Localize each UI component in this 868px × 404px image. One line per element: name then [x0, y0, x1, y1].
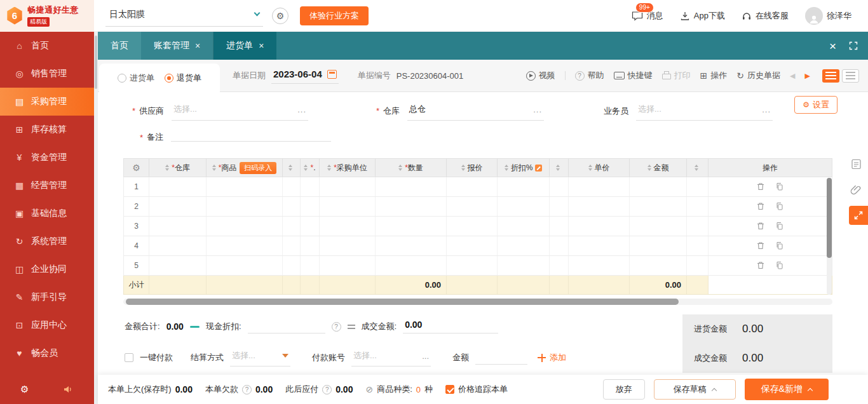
cell-amount[interactable]: [630, 217, 687, 236]
cell-product[interactable]: [207, 197, 283, 216]
attachment-button[interactable]: [850, 183, 864, 197]
feedback-button[interactable]: [850, 158, 864, 172]
messages-button[interactable]: 99+ 消息: [632, 10, 663, 22]
cell-unit[interactable]: [320, 177, 376, 196]
copy-row-icon[interactable]: [775, 202, 784, 211]
cell[interactable]: [301, 217, 320, 236]
cell[interactable]: [550, 236, 569, 255]
copy-row-icon[interactable]: [775, 222, 784, 231]
sort-icon[interactable]: [288, 165, 292, 171]
salesman-field[interactable]: 选择... ...: [636, 101, 773, 121]
sidebar-item-guide[interactable]: ✎新手引导: [0, 283, 94, 311]
table-horizontal-scrollbar[interactable]: [123, 299, 832, 305]
pay-account-field[interactable]: 选择......: [351, 349, 431, 367]
hotkey-button[interactable]: 快捷键: [614, 70, 653, 81]
header-quote[interactable]: 报价: [447, 159, 498, 177]
cell-quote[interactable]: [447, 256, 498, 275]
cell-amount[interactable]: [630, 236, 687, 255]
cell[interactable]: [283, 217, 301, 236]
cell-quote[interactable]: [447, 236, 498, 255]
sidebar-item-app-center[interactable]: ⊡应用中心: [0, 311, 94, 339]
cell[interactable]: [550, 197, 569, 216]
sort-icon[interactable]: [588, 165, 592, 171]
user-menu[interactable]: 徐泽华: [805, 7, 851, 25]
cell[interactable]: [687, 217, 709, 236]
cell[interactable]: [550, 177, 569, 196]
cell-quote[interactable]: [447, 177, 498, 196]
sidebar-item-home[interactable]: ⌂首页: [0, 32, 94, 60]
save-and-new-button[interactable]: 保存&新增: [745, 379, 829, 400]
app-download-button[interactable]: App下载: [680, 10, 725, 22]
cell-amount[interactable]: [630, 256, 687, 275]
supplier-field[interactable]: 选择... ...: [172, 101, 308, 121]
header-purchase-unit[interactable]: *采购单位: [320, 159, 376, 177]
scrollbar-thumb[interactable]: [827, 178, 832, 258]
cell-unit[interactable]: [320, 256, 376, 275]
topbar-settings-button[interactable]: ⚙: [272, 8, 288, 24]
cell-quote[interactable]: [447, 197, 498, 216]
cell-quantity[interactable]: [376, 177, 447, 196]
trial-plan-button[interactable]: 体验行业方案: [300, 6, 369, 25]
cell-price[interactable]: [569, 236, 630, 255]
sort-icon[interactable]: [212, 165, 216, 171]
cell-warehouse[interactable]: [149, 217, 207, 236]
add-payment-button[interactable]: 添加: [538, 352, 566, 363]
close-tab-icon[interactable]: ×: [195, 41, 200, 51]
tab-account-management[interactable]: 账套管理×: [141, 32, 214, 60]
cell-price[interactable]: [569, 177, 630, 196]
radio-return-order[interactable]: 退货单: [165, 72, 201, 84]
delete-row-icon[interactable]: [756, 202, 765, 211]
cell[interactable]: [283, 256, 301, 275]
sort-icon[interactable]: [327, 165, 331, 171]
cell[interactable]: [550, 217, 569, 236]
sidebar-item-member[interactable]: ♥畅会员: [0, 339, 94, 367]
header-quantity[interactable]: *数量: [376, 159, 447, 177]
online-service-button[interactable]: 在线客服: [742, 10, 789, 22]
cell[interactable]: [301, 256, 320, 275]
cell-discount[interactable]: [498, 217, 550, 236]
cell-quote[interactable]: [447, 217, 498, 236]
cell[interactable]: [687, 256, 709, 275]
settings-button[interactable]: ⚙ 设置: [794, 96, 837, 114]
price-track-checkbox[interactable]: [445, 385, 454, 394]
cell-warehouse[interactable]: [149, 177, 207, 196]
sort-icon[interactable]: [648, 165, 651, 171]
cell-quantity[interactable]: [376, 217, 447, 236]
doc-date-field[interactable]: 2023-06-04: [271, 67, 339, 84]
copy-row-icon[interactable]: [775, 241, 784, 250]
tab-purchase-order[interactable]: 进货单×: [214, 32, 276, 60]
cell-price[interactable]: [569, 256, 630, 275]
history-button[interactable]: ↻历史单据: [736, 70, 780, 81]
pay-account-browse-icon[interactable]: ...: [422, 351, 429, 361]
delete-row-icon[interactable]: [756, 222, 765, 231]
sidebar-item-business[interactable]: ▦经营管理: [0, 172, 94, 199]
warehouse-browse-icon[interactable]: ...: [533, 105, 542, 114]
cell-quantity[interactable]: [376, 236, 447, 255]
scrollbar-thumb[interactable]: [95, 36, 97, 89]
cell-discount[interactable]: [498, 256, 550, 275]
sidebar-item-inventory[interactable]: ⊞库存核算: [0, 116, 94, 144]
sort-icon[interactable]: [461, 165, 465, 171]
cell-amount[interactable]: [630, 197, 687, 216]
cell-product[interactable]: [207, 217, 283, 236]
header-blank[interactable]: [687, 159, 709, 177]
warehouse-field[interactable]: 总仓 ...: [407, 101, 544, 121]
discard-button[interactable]: 放弃: [603, 379, 645, 400]
salesman-browse-icon[interactable]: ...: [762, 105, 771, 114]
header-aux[interactable]: *.: [301, 159, 320, 177]
cell-unit[interactable]: [320, 217, 376, 236]
scroll-left-icon[interactable]: ◀: [790, 72, 795, 80]
cash-discount-field[interactable]: [248, 320, 325, 333]
close-tab-icon[interactable]: ×: [259, 41, 264, 51]
close-all-icon[interactable]: ×: [829, 40, 836, 52]
sort-icon[interactable]: [556, 165, 560, 171]
list-view-button[interactable]: [822, 69, 839, 83]
sidebar-item-system[interactable]: ↻系统管理: [0, 227, 94, 255]
cell[interactable]: [550, 256, 569, 275]
fullscreen-icon[interactable]: [849, 41, 858, 50]
question-icon[interactable]: ?: [242, 385, 252, 394]
cell-discount[interactable]: [498, 177, 550, 196]
company-select[interactable]: 日太阳膜: [105, 5, 263, 27]
help-button[interactable]: ?帮助: [575, 70, 604, 81]
cell[interactable]: [283, 236, 301, 255]
